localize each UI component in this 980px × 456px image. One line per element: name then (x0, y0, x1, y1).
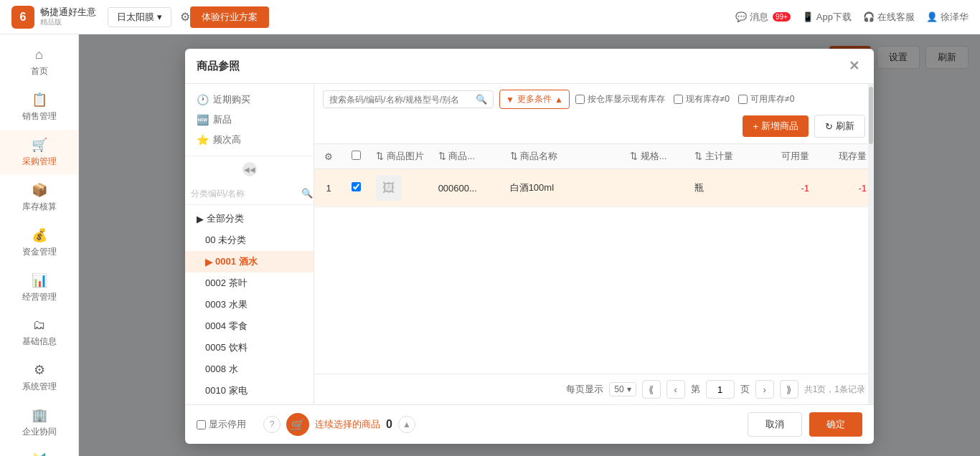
user-avatar[interactable]: 👤 徐泽华 (926, 11, 969, 24)
vertical-scrollbar[interactable] (868, 84, 874, 404)
logo-icon: 6 (11, 6, 34, 29)
nav-dropdown[interactable]: 日太阳膜 ▾ (108, 7, 171, 27)
logo-area: 6 畅捷通好生意 精品版 (11, 6, 96, 29)
category-search-icon[interactable]: 🔍 (301, 188, 313, 199)
sidebar-item-operation[interactable]: 📊 经营管理 (0, 265, 78, 310)
prev-page-button[interactable]: ‹ (666, 380, 685, 399)
page-unit: 页 (740, 383, 750, 396)
per-page-select[interactable]: 50 ▾ (609, 382, 636, 396)
cat-item-0002[interactable]: 0002 茶叶 (185, 272, 314, 294)
cat-item-0008[interactable]: 0008 水 (185, 358, 314, 380)
cat-item-0004[interactable]: 0004 零食 (185, 315, 314, 337)
category-list: ▶ 全部分类 00 未分类 ▶ 0001 酒水 0002 茶 (185, 205, 314, 404)
product-search-input[interactable] (329, 95, 473, 105)
sidebar-item-system-label: 系统管理 (22, 381, 57, 393)
col-avail-header: 可用量 (745, 144, 816, 169)
col-spec-label: 规格... (641, 151, 667, 161)
checkbox-stock[interactable]: 现有库存≠0 (674, 93, 730, 105)
cancel-button[interactable]: 取消 (748, 412, 802, 437)
confirm-button[interactable]: 确定 (809, 412, 862, 437)
modal-close-button[interactable]: ✕ (845, 57, 862, 75)
col-checkbox (343, 144, 369, 169)
settings-icon[interactable]: ⚙ (324, 151, 333, 162)
home-icon: ⌂ (35, 47, 43, 62)
cart-count: 0 (386, 418, 392, 431)
gear-icon[interactable]: ⚙ (180, 10, 190, 24)
warehouse-checkbox[interactable] (575, 95, 585, 104)
table-row[interactable]: 1 🖼 (314, 169, 874, 207)
app-download-item[interactable]: 📱 App下载 (802, 11, 852, 24)
more-filter-button[interactable]: ▼ 更多条件 ▲ (499, 90, 570, 109)
select-all-checkbox[interactable] (352, 151, 361, 160)
chevron-down-icon: ▾ (157, 11, 162, 22)
cat-item-0001[interactable]: ▶ 0001 酒水 (185, 251, 314, 272)
checkbox-available[interactable]: 可用库存≠0 (738, 93, 794, 105)
sort-icon: ⇅ (630, 151, 638, 161)
show-disabled-input[interactable] (197, 420, 206, 429)
collapse-panel-button[interactable]: ◀◀ (242, 162, 257, 176)
sort-icon: ⇅ (510, 151, 518, 161)
collapse-cart-button[interactable]: ▲ (398, 416, 415, 433)
username-label: 徐泽华 (941, 11, 969, 24)
experience-btn[interactable]: 体验行业方案 (190, 6, 269, 28)
quick-recent[interactable]: 🕐 近期购买 (191, 90, 308, 110)
page-number-input[interactable] (706, 380, 735, 399)
refresh-product-button[interactable]: ↻ 刷新 (814, 115, 865, 138)
new-btn-label: 新增商品 (761, 120, 798, 133)
messages-item[interactable]: 💬 消息 99+ (735, 11, 791, 24)
messages-badge: 99+ (773, 12, 791, 22)
new-product-button[interactable]: + 新增商品 (743, 115, 809, 137)
sidebar-item-enterprise[interactable]: 🏢 企业协同 (0, 400, 78, 445)
category-search-input[interactable] (191, 189, 298, 199)
cat-item-all[interactable]: ▶ 全部分类 (185, 208, 314, 229)
quick-recent-label: 近期购买 (213, 93, 250, 106)
cat-0004-label: 0004 零食 (205, 320, 248, 333)
quick-freq[interactable]: ⭐ 频次高 (191, 130, 308, 150)
help-icon[interactable]: ? (263, 416, 281, 433)
sidebar-item-home[interactable]: ⌂ 首页 (0, 40, 78, 85)
cat-item-0005[interactable]: 0005 饮料 (185, 337, 314, 358)
sidebar-item-finance[interactable]: 💰 资金管理 (0, 220, 78, 265)
online-service-item[interactable]: 🎧 在线客服 (863, 11, 915, 24)
product-search-icon[interactable]: 🔍 (476, 94, 487, 105)
sidebar-item-sales[interactable]: 📋 销售管理 (0, 85, 78, 130)
brand-name: 畅捷通好生意 (40, 6, 96, 18)
scrollbar-thumb[interactable] (869, 87, 873, 144)
cat-item-0010[interactable]: 0010 家电 (185, 380, 314, 402)
enterprise-icon: 🏢 (32, 407, 47, 423)
sort-icon: ⇅ (694, 151, 702, 161)
cart-icon: 🛒 (286, 413, 309, 436)
cat-item-00[interactable]: 00 未分类 (185, 229, 314, 251)
show-disabled-label: 显示停用 (209, 418, 246, 431)
finance-icon: 💰 (32, 227, 47, 243)
sidebar-item-guide[interactable]: 🔰 新手引导 (0, 445, 78, 456)
messages-label: 消息 (750, 11, 768, 24)
category-search: 🔍 (185, 182, 314, 205)
product-table: ⚙ ⇅ 商品图片 (314, 144, 874, 207)
sidebar-item-system[interactable]: ⚙ 系统管理 (0, 355, 78, 400)
col-avail-label: 可用量 (781, 151, 809, 161)
stock-checkbox[interactable] (674, 95, 683, 104)
show-disabled-checkbox[interactable]: 显示停用 (197, 418, 246, 431)
sidebar-item-basic-label: 基础信息 (22, 336, 57, 348)
sidebar-item-inventory[interactable]: 📦 库存核算 (0, 175, 78, 220)
last-page-button[interactable]: ⟫ (780, 380, 798, 399)
product-reference-modal: 商品参照 ✕ 🕐 近期购买 🆕 (185, 49, 874, 444)
sidebar-item-basic[interactable]: 🗂 基础信息 (0, 310, 78, 355)
inventory-icon: 📦 (32, 182, 47, 198)
modal-overlay: 商品参照 ✕ 🕐 近期购买 🆕 (79, 34, 980, 456)
col-spec-header: ⇅ 规格... (623, 144, 687, 169)
row-checkbox[interactable] (352, 182, 361, 191)
first-page-button[interactable]: ⟪ (642, 380, 661, 399)
checkbox-available-label: 可用库存≠0 (750, 93, 794, 105)
cat-item-0003[interactable]: 0003 水果 (185, 294, 314, 315)
available-checkbox[interactable] (738, 95, 748, 104)
quick-new[interactable]: 🆕 新品 (191, 110, 308, 130)
cart-label: 连续选择的商品 (315, 418, 380, 431)
modal-footer: 显示停用 ? 🛒 连续选择的商品 0 ▲ 取消 确定 (185, 404, 874, 444)
sidebar-item-purchase[interactable]: 🛒 采购管理 (0, 130, 78, 175)
next-page-button[interactable]: › (755, 380, 774, 399)
top-nav: 6 畅捷通好生意 精品版 日太阳膜 ▾ ⚙ 体验行业方案 💬 消息 99+ 📱 … (0, 0, 980, 34)
filter-icon: ▼ (506, 95, 514, 105)
checkbox-warehouse[interactable]: 按仓库显示现有库存 (575, 93, 665, 105)
